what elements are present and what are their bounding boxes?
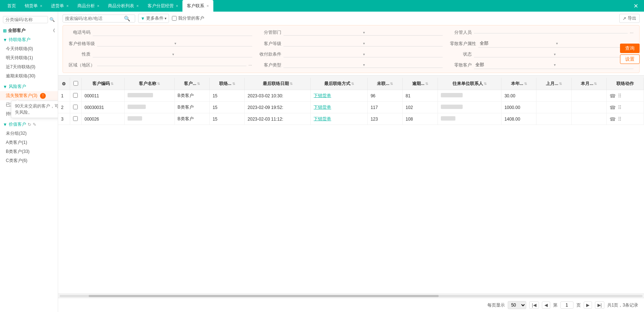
select-all-checkbox[interactable] xyxy=(73,81,78,86)
tab-product-analysis-list[interactable]: 商品分析列表 × xyxy=(104,0,143,12)
prev-page-button[interactable]: ◀ xyxy=(542,301,550,309)
more-conditions-button[interactable]: ▼ 更多条件 ▾ xyxy=(138,14,169,23)
th-last-method[interactable]: 最后联络方式⇅ xyxy=(311,78,367,90)
sidebar-item-week-contact[interactable]: 近7天待联络(0) xyxy=(0,62,58,72)
tab-close-purchase-order[interactable]: × xyxy=(66,4,68,8)
row1-contact-icon[interactable]: ☎ xyxy=(609,93,616,99)
row3-method-link[interactable]: 下销货单 xyxy=(314,116,331,121)
row3-overdue: 108 xyxy=(403,113,438,125)
row2-actions: ☎ ⠿ xyxy=(607,102,644,113)
page-input[interactable] xyxy=(560,301,573,309)
tab-close-product-analysis[interactable]: × xyxy=(97,4,99,8)
row3-checkbox[interactable] xyxy=(73,116,78,121)
filter-input-phone[interactable] xyxy=(93,29,252,36)
first-page-button[interactable]: |◀ xyxy=(529,301,539,309)
filter-select-region[interactable] xyxy=(97,64,246,66)
tab-home[interactable]: 首页 xyxy=(3,0,20,12)
scrollbar-thumb[interactable] xyxy=(89,295,438,297)
filter-field-retail-attr: 零散客户属性 全部 ▾ xyxy=(450,40,633,48)
row2-checkbox[interactable] xyxy=(73,105,78,109)
tab-close-sales-order[interactable]: × xyxy=(40,4,42,8)
section-risk-customers[interactable]: ▼ 风险客户 xyxy=(0,82,58,91)
row2-more-icon[interactable]: ⠿ xyxy=(618,105,621,110)
filter-select-status[interactable]: ▾ xyxy=(474,52,633,57)
tab-product-analysis[interactable]: 商品分析 × xyxy=(73,0,104,12)
tab-close-customer-tier[interactable]: × xyxy=(176,4,178,8)
filter-field-dept: 分管部门 ▾ xyxy=(259,29,443,36)
query-button[interactable]: 查询 xyxy=(620,44,640,53)
th-type[interactable]: 客户...⇅ xyxy=(174,78,209,90)
set-button[interactable]: 设置 xyxy=(620,54,640,64)
filter-select-retail-attr[interactable]: 全部 ▾ xyxy=(478,40,633,48)
window-close-button[interactable]: ✕ xyxy=(631,3,641,9)
filter-select-manager[interactable] xyxy=(474,32,628,33)
th-last-date[interactable]: 最后联络日期⇅ xyxy=(245,78,311,90)
my-customers-checkbox-label[interactable]: 我分管的客户 xyxy=(172,15,204,21)
row3-contact-icon[interactable]: ☎ xyxy=(609,116,616,122)
row2-method-link[interactable]: 下销货单 xyxy=(314,105,331,110)
filter-select-nature[interactable]: ▾ xyxy=(93,52,252,57)
th-name[interactable]: 客户名称⇅ xyxy=(125,78,174,90)
th-contact[interactable]: 联络...⇅ xyxy=(209,78,244,90)
tab-close-product-analysis-list[interactable]: × xyxy=(136,4,138,8)
filter-select-payment[interactable]: ▾ xyxy=(283,52,443,57)
per-page-select[interactable]: 50 100 200 xyxy=(508,301,526,309)
sidebar-item-class-b[interactable]: B类客户(33) xyxy=(0,147,58,156)
tab-purchase-order[interactable]: 进货单 × xyxy=(47,0,73,12)
sidebar-search-input[interactable] xyxy=(3,16,48,23)
row3-method[interactable]: 下销货单 xyxy=(311,113,367,125)
row3-more-icon[interactable]: ⠿ xyxy=(618,116,621,122)
sidebar-all-customers[interactable]: ⊞ 全部客户 《 xyxy=(0,26,58,35)
filter-select-customer-tier[interactable]: ▾ xyxy=(283,41,443,46)
section-value-customers[interactable]: ▼ 价值客户 ↻ ✎ xyxy=(0,120,58,129)
sidebar-item-declining[interactable]: 持续下滑客户(2) ⓘ xyxy=(0,109,58,118)
horizontal-scrollbar[interactable] xyxy=(58,293,644,298)
row2-contact-icon[interactable]: ☎ xyxy=(609,105,616,110)
sidebar-item-class-a[interactable]: A类客户(1) xyxy=(0,138,58,147)
th-contact-person[interactable]: 往来单位联系人⇅ xyxy=(438,78,501,90)
th-this-month[interactable]: 本月...⇅ xyxy=(571,78,606,90)
sidebar-item-today-contact[interactable]: 今天待联络(0) xyxy=(0,44,58,53)
row1-more-icon[interactable]: ⠿ xyxy=(618,93,621,99)
th-this-year[interactable]: 本年...⇅ xyxy=(501,78,536,90)
row3-actions: ☎ ⠿ xyxy=(607,113,644,125)
filter-select-customer-type[interactable]: ▾ xyxy=(283,62,443,68)
row2-method[interactable]: 下销货单 xyxy=(311,102,367,113)
th-code[interactable]: 客户编码⇅ xyxy=(81,78,125,90)
tab-sales-order[interactable]: 销货单 × xyxy=(20,0,47,12)
sidebar-search-icon[interactable]: 🔍 xyxy=(49,17,55,22)
filter-field-phone: 电话号码 xyxy=(69,29,252,36)
filter-select-price-tier[interactable]: ▾ xyxy=(97,41,252,46)
search-input[interactable] xyxy=(65,16,123,21)
row1-checkbox[interactable] xyxy=(73,93,78,98)
sidebar-item-overdue-contact[interactable]: 逾期未联络(30) xyxy=(0,72,58,81)
tab-customer-contact[interactable]: 客户联系 × xyxy=(182,0,213,12)
section-value-arrow: ▼ xyxy=(3,122,7,127)
search-button[interactable]: 🔍 xyxy=(123,16,131,21)
my-customers-checkbox[interactable] xyxy=(172,16,177,21)
th-gear[interactable]: ⚙ xyxy=(58,78,70,90)
th-last-month[interactable]: 上月...⇅ xyxy=(536,78,571,90)
export-button[interactable]: ↗ 导出 xyxy=(619,14,640,23)
last-page-button[interactable]: ▶| xyxy=(595,301,604,309)
region-dots-button[interactable]: ··· xyxy=(249,62,252,68)
sidebar-item-churned[interactable]: 已流失客户(24) ⓘ xyxy=(0,100,58,109)
row1-method[interactable]: 下销货单 xyxy=(311,90,367,102)
next-page-button[interactable]: ▶ xyxy=(584,301,592,309)
value-edit-icon[interactable]: ✎ xyxy=(33,122,36,127)
tab-customer-tier[interactable]: 客户分层经营 × xyxy=(143,0,182,12)
tab-close-customer-contact[interactable]: × xyxy=(206,4,209,8)
sidebar-item-ungrouped[interactable]: 未分组(32) xyxy=(0,129,58,138)
table-row: 1 000011 B类客户 15 2023-03-02 10:30: 下销货单 … xyxy=(58,90,644,102)
th-uncontact[interactable]: 未联...⇅ xyxy=(367,78,402,90)
th-overdue[interactable]: 逾期...⇅ xyxy=(403,78,438,90)
sidebar-item-churn-warning[interactable]: 流失预警客户(3) ! xyxy=(0,91,58,100)
manager-dots-button[interactable]: ··· xyxy=(630,30,633,35)
row1-method-link[interactable]: 下销货单 xyxy=(314,93,331,98)
sidebar-item-class-c[interactable]: C类客户(6) xyxy=(0,156,58,165)
filter-select-retail-customer[interactable]: 全部 ▾ xyxy=(474,61,633,69)
filter-select-dept[interactable]: ▾ xyxy=(283,30,443,36)
sidebar-item-tomorrow-contact[interactable]: 明天待联络(1) xyxy=(0,53,58,62)
value-refresh-icon[interactable]: ↻ xyxy=(28,122,31,127)
section-pending-contact[interactable]: ▼ 待联络客户 xyxy=(0,35,58,44)
